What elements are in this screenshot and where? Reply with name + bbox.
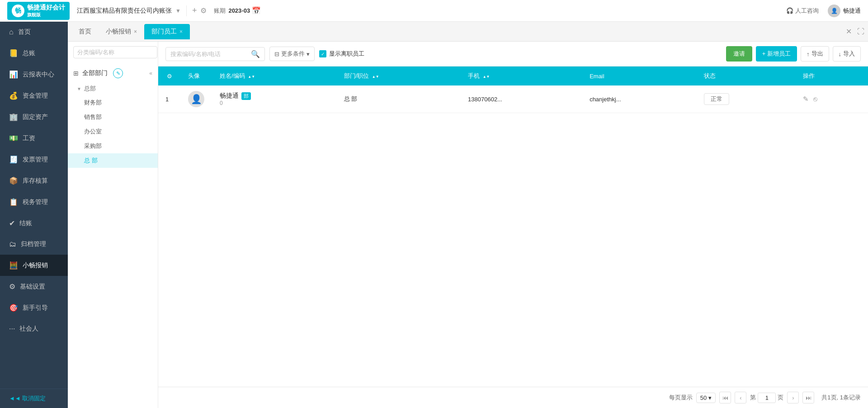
- filter-button[interactable]: ⊟ 更多条件 ▾: [269, 47, 315, 61]
- next-page-button[interactable]: ›: [787, 392, 799, 403]
- sidebar-item-label: 税务管理: [23, 198, 48, 206]
- col-gear[interactable]: ⚙: [158, 66, 181, 85]
- tab-expense[interactable]: 小畅报销 ×: [99, 24, 144, 39]
- import-button[interactable]: ↓ 导入: [833, 46, 861, 62]
- dept-item-office[interactable]: 办公室: [68, 124, 158, 139]
- sidebar-item-label: 新手引导: [23, 304, 48, 312]
- sidebar-item-guide[interactable]: 🎯 新手引导: [0, 297, 68, 318]
- employee-name: 畅捷通 部: [220, 92, 330, 100]
- sidebar-item-archive[interactable]: 🗂 归档管理: [0, 234, 68, 255]
- period-value[interactable]: 2023-03: [228, 7, 250, 14]
- sidebar-item-expense[interactable]: 🧮 小畅报销: [0, 255, 68, 276]
- row-action-buttons: ✎ ⎋: [803, 95, 861, 103]
- sidebar-item-label: 工资: [23, 134, 35, 142]
- total-info: 共1页, 1条记录: [821, 394, 861, 402]
- tab-employees[interactable]: 部门员工 ×: [144, 24, 190, 39]
- sidebar-item-invoice[interactable]: 🧾 发票管理: [0, 149, 68, 170]
- tax-icon: 📋: [9, 198, 18, 206]
- home-icon: ⌂: [9, 28, 14, 36]
- filter-label: 更多条件: [281, 50, 305, 58]
- employee-table: ⚙ 头像 姓名/编码 ▲▼ 部门/职位 ▲▼: [158, 66, 868, 113]
- arrow-down-icon: ▼: [77, 86, 81, 91]
- invoice-icon: 🧾: [9, 155, 18, 164]
- all-dept-header[interactable]: ⊞ 全部部门 ✎ «: [68, 65, 158, 82]
- dept-item-general[interactable]: 总 部: [68, 153, 158, 168]
- employee-search-input[interactable]: [170, 51, 248, 57]
- funds-icon: 💰: [9, 91, 18, 100]
- last-page-button[interactable]: ⏭: [802, 392, 814, 403]
- row-status-cell: 正常: [697, 85, 796, 113]
- settings-icon[interactable]: ⚙: [200, 6, 207, 15]
- edit-dept-icon[interactable]: ✎: [113, 68, 123, 78]
- sidebar-item-funds[interactable]: 💰 资金管理: [0, 85, 68, 106]
- sidebar-item-label: 库存核算: [23, 177, 48, 185]
- chevron-down-icon: ▾: [708, 394, 712, 401]
- sidebar-item-reports[interactable]: 📊 云报表中心: [0, 64, 68, 85]
- col-name[interactable]: 姓名/编码 ▲▼: [212, 66, 337, 85]
- show-resigned-toggle[interactable]: ✓ 显示离职员工: [319, 50, 364, 58]
- per-page-label: 每页显示: [669, 394, 693, 402]
- row-name-cell: 畅捷通 部 0: [212, 85, 337, 113]
- sidebar-item-more[interactable]: ··· 社会人: [0, 318, 68, 339]
- prev-page-button[interactable]: ‹: [735, 392, 746, 403]
- dept-item-purchase[interactable]: 采购部: [68, 139, 158, 153]
- company-selector[interactable]: 江西服宝精品有限责任公司内账张 ▼: [77, 7, 181, 15]
- add-employee-button[interactable]: + 新增员工: [756, 46, 797, 62]
- close-expense-tab-icon[interactable]: ×: [134, 28, 137, 35]
- maximize-tab-icon[interactable]: ⛶: [857, 28, 864, 36]
- consult-button[interactable]: 🎧 人工咨询: [786, 7, 819, 15]
- pagination-bar: 每页显示 50 ▾ ⏮ ‹ 第 页 › ⏭ 共1页, 1条记录: [158, 387, 868, 408]
- app-logo[interactable]: 畅 畅捷通好会计 旗舰版: [7, 2, 70, 20]
- sidebar-item-inventory[interactable]: 📦 库存核算: [0, 170, 68, 191]
- sidebar-item-settings[interactable]: ⚙ 基础设置: [0, 276, 68, 297]
- dept-root[interactable]: ▼ 总部: [68, 82, 158, 95]
- dept-item-finance[interactable]: 财务部: [68, 95, 158, 110]
- sort-name-icon[interactable]: ▲▼: [248, 75, 255, 79]
- export-button[interactable]: ↑ 导出: [801, 46, 829, 62]
- close-tab-icon[interactable]: ✕: [846, 27, 852, 36]
- employee-search-box[interactable]: 🔍: [165, 47, 265, 61]
- sort-phone-icon[interactable]: ▲▼: [483, 75, 490, 79]
- show-resigned-checkbox[interactable]: ✓: [319, 50, 326, 57]
- grid-icon: ⊞: [73, 70, 79, 77]
- sidebar-item-label: 发票管理: [23, 156, 48, 164]
- page-number-input[interactable]: [758, 393, 776, 403]
- invite-button[interactable]: 邀请: [726, 46, 752, 62]
- filter-icon: ⊟: [274, 51, 279, 57]
- close-employees-tab-icon[interactable]: ×: [179, 28, 183, 35]
- dept-item-sales[interactable]: 销售部: [68, 110, 158, 124]
- page-input-wrapper: 第 页: [750, 393, 783, 403]
- sidebar-item-close[interactable]: ✔ 结账: [0, 213, 68, 234]
- col-phone[interactable]: 手机 ▲▼: [461, 66, 582, 85]
- page-prefix: 第: [750, 394, 756, 402]
- sidebar-item-salary[interactable]: 💵 工资: [0, 128, 68, 149]
- sidebar-item-ledger[interactable]: 📒 总账: [0, 43, 68, 64]
- add-tab-button[interactable]: +: [192, 6, 197, 15]
- sidebar-item-home[interactable]: ⌂ 首页: [0, 22, 68, 43]
- status-badge: 正常: [704, 93, 729, 105]
- page-content: 🔍 ⊞ 全部部门 ✎ « ▼ 总部 财务部 销售部 办公室: [68, 42, 868, 408]
- sidebar-item-label: 资金管理: [23, 92, 48, 100]
- per-page-value: 50: [700, 394, 707, 401]
- unpin-sidebar-button[interactable]: ◄◄ 取消固定: [0, 389, 68, 408]
- calendar-icon[interactable]: 📅: [252, 6, 261, 15]
- top-bar-right: 🎧 人工咨询 👤 畅捷通: [786, 5, 861, 17]
- per-page-select[interactable]: 50 ▾: [696, 393, 716, 403]
- dept-search-input[interactable]: [73, 46, 157, 58]
- emp-toolbar: 🔍 ⊟ 更多条件 ▾ ✓ 显示离职员工 邀请 + 新增员工: [158, 42, 868, 66]
- tab-home[interactable]: 首页: [71, 24, 99, 39]
- col-avatar: 头像: [181, 66, 212, 85]
- export-label: 导出: [811, 50, 823, 58]
- search-icon[interactable]: 🔍: [251, 50, 260, 58]
- expense-icon: 🧮: [9, 261, 18, 270]
- sidebar-item-tax[interactable]: 📋 税务管理: [0, 191, 68, 213]
- col-dept[interactable]: 部门/职位 ▲▼: [337, 66, 461, 85]
- user-info[interactable]: 👤 畅捷通: [828, 5, 861, 17]
- first-page-button[interactable]: ⏮: [719, 392, 731, 403]
- collapse-icon[interactable]: «: [149, 70, 152, 76]
- edit-employee-icon[interactable]: ✎: [803, 95, 809, 103]
- sidebar-item-assets[interactable]: 🏢 固定资产: [0, 106, 68, 128]
- logout-employee-icon[interactable]: ⎋: [813, 95, 817, 103]
- content-area: 首页 小畅报销 × 部门员工 × ✕ ⛶ 🔍: [68, 22, 868, 408]
- sort-dept-icon[interactable]: ▲▼: [372, 75, 379, 79]
